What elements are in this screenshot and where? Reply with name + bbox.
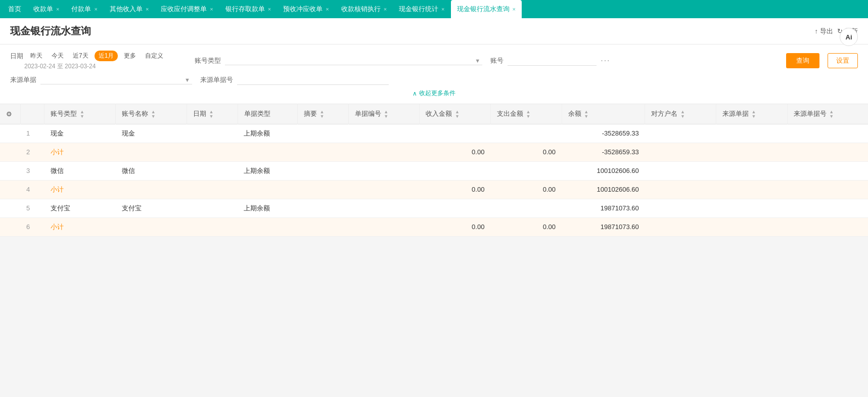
doc-no-cell (348, 143, 420, 161)
account-name-cell (116, 217, 187, 236)
nav-item-ar-ap-adjust[interactable]: 应收应付调整单× (155, 0, 219, 18)
source-doc-no-input[interactable] (237, 75, 389, 85)
row-num: 6 (20, 217, 44, 236)
date-shortcut-last7days[interactable]: 近7天 (70, 51, 92, 61)
expense-cell: 0.00 (490, 180, 562, 199)
col-header-doc-no[interactable]: 单据编号 ▲▼ (348, 104, 420, 124)
nav-item-cash-bank-flow[interactable]: 现金银行流水查询× (451, 0, 522, 18)
date-shortcut-yesterday[interactable]: 昨天 (27, 51, 45, 61)
date-shortcut-today[interactable]: 今天 (49, 51, 67, 61)
close-icon-receipt[interactable]: × (56, 6, 59, 12)
col-header-account-type[interactable]: 账号类型 ▲▼ (44, 104, 116, 124)
ai-button[interactable]: Ai (840, 28, 858, 46)
account-name-cell: 支付宝 (116, 199, 187, 217)
close-icon-ar-ap-adjust[interactable]: × (210, 6, 213, 12)
balance-cell: -3528659.33 (562, 124, 645, 143)
date-shortcut-last1month[interactable]: 近1月 (95, 51, 118, 61)
query-button[interactable]: 查询 (786, 53, 819, 68)
col-header-doc-type[interactable]: 单据类型 (238, 104, 297, 124)
account-input[interactable] (508, 56, 597, 66)
account-name-cell: 现金 (116, 124, 187, 143)
source-doc-no-cell (787, 161, 868, 180)
nav-item-bank-deposit[interactable]: 银行存取款单× (219, 0, 277, 18)
summary-cell (297, 217, 348, 236)
source-doc-select[interactable]: ▼ (40, 76, 192, 84)
col-header-balance[interactable]: 余额 ▲▼ (562, 104, 645, 124)
data-table: ⚙ 账号类型 ▲▼ 账号名称 ▲▼ 日期 ▲▼ 单据类型 摘要 ▲▼ 单据编号 … (0, 104, 868, 237)
settings-cell (0, 199, 20, 217)
close-icon-other-income[interactable]: × (146, 6, 149, 12)
close-icon-prepay-offset[interactable]: × (326, 6, 329, 12)
account-name-cell (116, 143, 187, 161)
close-icon-receipt-verify[interactable]: × (384, 6, 387, 12)
table-row: 5支付宝支付宝上期余额19871073.60 (0, 199, 868, 217)
close-icon-payment[interactable]: × (94, 6, 97, 12)
expense-cell: 0.00 (490, 143, 562, 161)
source-doc-cell (716, 217, 787, 236)
nav-item-prepay-offset[interactable]: 预收冲应收单× (277, 0, 335, 18)
date-shortcuts: 昨天今天近7天近1月更多自定义 (27, 51, 166, 61)
col-header-counterpart[interactable]: 对方户名 ▲▼ (645, 104, 716, 124)
doc-no-cell (348, 161, 420, 180)
source-doc-no-cell (787, 124, 868, 143)
date-cell (187, 143, 238, 161)
doc-type-cell: 上期余额 (238, 161, 297, 180)
table-row: 3微信微信上期余额100102606.60 (0, 161, 868, 180)
col-header-date[interactable]: 日期 ▲▼ (187, 104, 238, 124)
collapse-icon: ∧ (413, 90, 417, 97)
income-cell: 0.00 (420, 217, 491, 236)
income-cell (420, 124, 491, 143)
collapse-bar[interactable]: ∧ 收起更多条件 (10, 89, 858, 98)
income-cell (420, 199, 491, 217)
nav-item-home[interactable]: 首页 (2, 0, 27, 18)
col-header-income[interactable]: 收入金额 ▲▼ (420, 104, 491, 124)
settings-cell (0, 124, 20, 143)
close-icon-cash-bank-flow[interactable]: × (513, 6, 516, 12)
row-num: 1 (20, 124, 44, 143)
export-button[interactable]: ↑ 导出 (815, 27, 834, 36)
summary-cell (297, 180, 348, 199)
nav-item-receipt-verify[interactable]: 收款核销执行× (335, 0, 393, 18)
account-filter: 账号 ··· (490, 56, 778, 66)
nav-item-other-income[interactable]: 其他收入单× (104, 0, 155, 18)
col-header-expense[interactable]: 支出金额 ▲▼ (490, 104, 562, 124)
summary-cell (297, 143, 348, 161)
settings-column-header[interactable]: ⚙ (0, 104, 20, 124)
account-type-cell: 支付宝 (44, 199, 116, 217)
account-type-select[interactable]: ▼ (225, 57, 482, 65)
close-icon-cash-bank-stat[interactable]: × (441, 6, 444, 12)
income-cell (420, 161, 491, 180)
doc-no-cell (348, 217, 420, 236)
counterpart-cell (645, 180, 716, 199)
filter-row-1: 日期 昨天今天近7天近1月更多自定义 2023-02-24 至 2023-03-… (10, 51, 858, 71)
nav-item-payment[interactable]: 付款单× (65, 0, 103, 18)
nav-item-cash-bank-stat[interactable]: 现金银行统计× (393, 0, 450, 18)
doc-type-cell (238, 143, 297, 161)
counterpart-cell (645, 217, 716, 236)
date-shortcut-more[interactable]: 更多 (121, 51, 139, 61)
doc-type-cell: 上期余额 (238, 199, 297, 217)
col-header-account-name[interactable]: 账号名称 ▲▼ (116, 104, 187, 124)
expense-cell (490, 161, 562, 180)
date-shortcut-custom[interactable]: 自定义 (142, 51, 166, 61)
column-settings-icon[interactable]: ⚙ (6, 110, 12, 118)
nav-item-receipt[interactable]: 收款单× (27, 0, 65, 18)
source-doc-label: 来源单据 (10, 75, 36, 84)
summary-cell (297, 161, 348, 180)
settings-cell (0, 217, 20, 236)
account-type-cell: 小计 (44, 143, 116, 161)
doc-type-cell: 上期余额 (238, 124, 297, 143)
col-header-source-doc-no[interactable]: 来源单据号 ▲▼ (787, 104, 868, 124)
doc-type-cell (238, 217, 297, 236)
source-doc-filter: 来源单据 ▼ (10, 75, 192, 84)
col-header-summary[interactable]: 摘要 ▲▼ (297, 104, 348, 124)
settings-button[interactable]: 设置 (828, 53, 858, 68)
close-icon-bank-deposit[interactable]: × (268, 6, 271, 12)
col-header-row-num (20, 104, 44, 124)
col-header-source-doc[interactable]: 来源单据 ▲▼ (716, 104, 787, 124)
counterpart-cell (645, 161, 716, 180)
summary-cell (297, 199, 348, 217)
account-more-icon[interactable]: ··· (601, 56, 610, 65)
source-doc-no-label: 来源单据号 (200, 75, 233, 84)
source-doc-cell (716, 143, 787, 161)
